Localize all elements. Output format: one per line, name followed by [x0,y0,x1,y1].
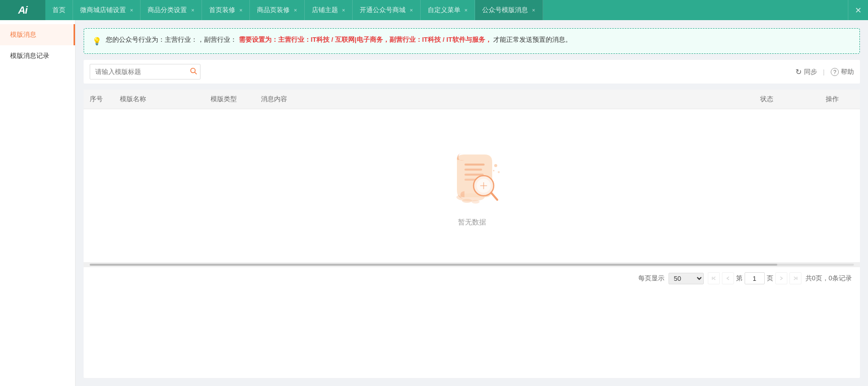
content-area: 💡 您的公众号行业为：主营行业：，副营行业： 需要设置为：主营行业：IT科技 /… [76,20,868,386]
col-header-content: 消息内容 [255,90,754,109]
table-body: 暂无数据 [84,109,860,263]
close-tab-home-decor-icon[interactable]: × [239,7,242,13]
prev-page-icon [725,276,730,281]
first-page-button[interactable] [708,272,720,284]
page-input[interactable] [745,272,765,284]
close-tab-shop-theme-icon[interactable]: × [342,7,345,13]
col-header-no: 序号 [84,90,114,109]
nav-tab-custom-menu[interactable]: 自定义菜单× [421,0,475,20]
search-icon [190,67,197,74]
empty-state-row: 暂无数据 [84,109,860,263]
nav-tab-wshop-settings[interactable]: 微商城店铺设置× [73,0,141,20]
data-table-wrap: 序号模版名称模版类型消息内容状态操作 [84,90,860,378]
pagination-bar: 每页显示 102050100 [84,267,860,289]
svg-point-13 [498,171,500,173]
svg-rect-3 [464,164,485,166]
scroll-track [90,264,854,266]
empty-illustration [439,144,505,210]
table-header: 序号模版名称模版类型消息内容状态操作 [84,90,860,109]
svg-line-9 [491,193,497,200]
toolbar: ↻ 同步 | ? 帮助 [84,60,860,84]
svg-point-14 [493,170,494,172]
main-layout: 模版消息模版消息记录 💡 您的公众号行业为：主营行业：，副营行业： 需要设置为：… [0,20,868,386]
search-button[interactable] [185,64,201,79]
toolbar-divider: | [823,68,825,75]
last-page-icon [793,276,798,281]
prev-page-button[interactable] [722,272,734,284]
top-nav: Ai 首页微商城店铺设置×商品分类设置×首页装修×商品页装修×店铺主题×开通公众… [0,0,868,20]
scroll-thumb [90,264,777,266]
empty-text: 暂无数据 [458,218,486,227]
sidebar: 模版消息模版消息记录 [0,20,76,386]
col-header-status: 状态 [754,90,820,109]
notice-suffix: 才能正常发送预置的消息。 [493,36,572,43]
close-tab-open-mall-icon[interactable]: × [410,7,413,13]
col-header-name: 模版名称 [114,90,205,109]
help-button[interactable]: ? 帮助 [831,67,854,76]
nav-tab-home[interactable]: 首页 [45,0,73,20]
sync-button[interactable]: ↻ 同步 [795,67,817,76]
notice-text: 您的公众号行业为：主营行业：，副营行业： 需要设置为：主营行业：IT科技 / 互… [106,35,851,45]
toolbar-left [90,64,201,80]
svg-point-15 [462,199,472,203]
sync-icon: ↻ [795,67,802,76]
table-header-row: 序号模版名称模版类型消息内容状态操作 [84,90,860,109]
sidebar-item-template-msg-log[interactable]: 模版消息记录 [0,45,75,66]
next-page-icon [779,276,784,281]
sidebar-item-template-msg[interactable]: 模版消息 [0,24,75,45]
svg-point-16 [472,200,480,204]
search-input[interactable] [90,65,185,79]
total-text: 共0页，0条记录 [806,274,852,283]
nav-tab-template-msg[interactable]: 公众号模版消息× [475,0,543,20]
notice-prefix: 您的公众号行业为：主营行业：，副营行业： [106,36,237,43]
empty-state: 暂无数据 [90,114,854,257]
col-header-type: 模版类型 [205,90,255,109]
sync-label: 同步 [804,67,817,76]
close-tab-category-settings-icon[interactable]: × [191,7,194,13]
svg-rect-5 [464,174,484,176]
search-input-wrap [90,64,201,80]
first-page-icon [711,276,716,281]
svg-line-1 [195,72,197,74]
notice-highlight: 需要设置为：主营行业：IT科技 / 互联网|电子商务，副营行业：IT科技 / I… [239,36,492,43]
last-page-button[interactable] [789,272,802,284]
page-suffix: 页 [767,274,773,283]
notice-banner: 💡 您的公众号行业为：主营行业：，副营行业： 需要设置为：主营行业：IT科技 /… [84,28,860,54]
data-table: 序号模版名称模版类型消息内容状态操作 [84,90,860,263]
close-tab-product-decor-icon[interactable]: × [294,7,297,13]
svg-rect-4 [464,169,482,171]
nav-tab-home-decor[interactable]: 首页装修× [202,0,250,20]
nav-tab-shop-theme[interactable]: 店铺主题× [305,0,353,20]
scroll-bar-area[interactable] [84,263,860,267]
page-label: 第 [736,274,743,283]
next-page-button[interactable] [775,272,787,284]
close-tab-custom-menu-icon[interactable]: × [464,7,468,13]
col-header-action: 操作 [820,90,860,109]
page-nav: 第 页 [708,272,802,284]
empty-state-cell: 暂无数据 [84,109,860,263]
nav-tab-category-settings[interactable]: 商品分类设置× [141,0,202,20]
page-size-select[interactable]: 102050100 [669,273,704,284]
close-tab-template-msg-icon[interactable]: × [532,7,535,13]
app-logo: Ai [0,0,45,20]
help-icon: ? [831,68,839,76]
page-size-select-wrap: 102050100 [669,273,704,284]
nav-tab-open-mall[interactable]: 开通公众号商城× [353,0,420,20]
nav-tab-product-decor[interactable]: 商品页装修× [250,0,304,20]
toolbar-right: ↻ 同步 | ? 帮助 [795,67,854,76]
close-all-button[interactable]: ✕ [848,0,868,20]
help-label: 帮助 [841,67,854,76]
bulb-icon: 💡 [92,35,102,47]
svg-point-12 [494,164,497,167]
close-tab-wshop-settings-icon[interactable]: × [130,7,133,13]
nav-tabs: 首页微商城店铺设置×商品分类设置×首页装修×商品页装修×店铺主题×开通公众号商城… [45,0,848,20]
page-size-label: 每页显示 [638,274,664,283]
